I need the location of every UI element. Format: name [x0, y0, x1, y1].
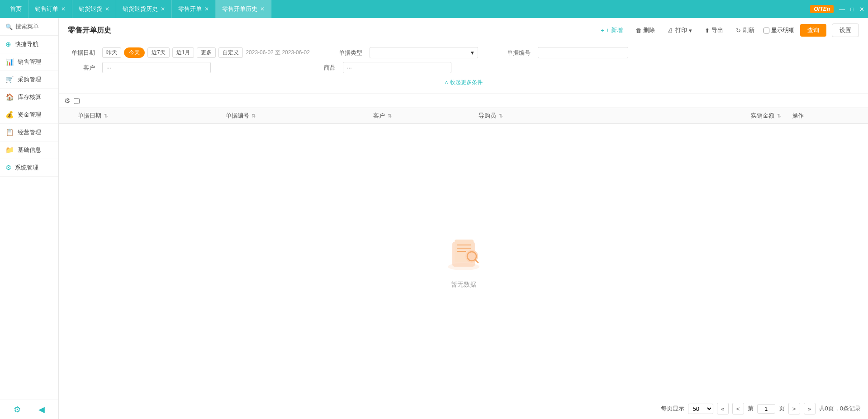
sidebar-bottom: ⚙ ◀: [0, 400, 58, 419]
window-minimize[interactable]: —: [839, 6, 845, 13]
delete-icon: 🗑: [636, 27, 641, 34]
export-icon: ⬆: [705, 27, 710, 34]
th-guide[interactable]: 导购员 ⇅: [473, 108, 600, 124]
close-tab-retail-open-history[interactable]: ✕: [260, 6, 265, 12]
print-button[interactable]: 🖨 打印 ▾: [664, 24, 696, 36]
goods-label: 商品: [308, 64, 336, 72]
next-page-button[interactable]: >: [788, 403, 800, 414]
close-tab-sales-return-history[interactable]: ✕: [161, 6, 165, 12]
page-label: 第: [748, 405, 754, 413]
th-date[interactable]: 单据日期 ⇅: [72, 108, 220, 124]
finance-icon: 💰: [5, 111, 14, 119]
page-title: 零售开单历史: [68, 26, 111, 35]
tab-sales-return-history[interactable]: 销货退货历史 ✕: [116, 0, 172, 18]
display-detail-toggle[interactable]: 显示明细: [764, 26, 795, 34]
date-label: 单据日期: [68, 49, 95, 57]
page-size-select[interactable]: 50 10 20 100: [688, 404, 713, 414]
collapse-sidebar-icon[interactable]: ◀: [38, 405, 45, 414]
filter-row-customer: 客户 ··· 商品 ···: [68, 62, 859, 73]
collapse-bar[interactable]: ∧ 收起更多条件: [68, 77, 859, 88]
date-range-display: 2023-06-02 至 2023-06-02: [246, 49, 309, 56]
tab-retail-open-history[interactable]: 零售开单历史 ✕: [216, 0, 271, 18]
query-button[interactable]: 查询: [800, 24, 826, 37]
empty-state: 暂无数据: [59, 124, 868, 398]
close-tab-sales-return[interactable]: ✕: [105, 6, 109, 12]
date-1month[interactable]: 近1月: [172, 47, 194, 58]
sidebar-item-sys-mgmt[interactable]: ⚙ 系统管理: [0, 159, 58, 177]
tab-retail-open[interactable]: 零售开单 ✕: [172, 0, 216, 18]
select-all-checkbox[interactable]: [74, 98, 80, 104]
last-page-button[interactable]: »: [804, 403, 816, 414]
customer-label: 客户: [68, 64, 95, 72]
date-more[interactable]: 更多: [197, 47, 216, 58]
sidebar-item-quick-nav[interactable]: ⊕ 快捷导航: [0, 36, 58, 53]
sidebar-item-operations[interactable]: 📋 经营管理: [0, 124, 58, 141]
search-icon: 🔍: [5, 24, 13, 30]
page-unit: 页: [779, 405, 785, 413]
date-yesterday[interactable]: 昨天: [102, 47, 121, 58]
th-amount[interactable]: 实销金额 ⇅: [639, 108, 787, 124]
gear-sidebar-icon: ⚙: [5, 164, 11, 172]
prev-page-button[interactable]: <: [732, 403, 744, 414]
table-container: ⚙ 单据日期 ⇅ 单据编号 ⇅: [59, 94, 868, 398]
file-icon: 📁: [5, 146, 14, 154]
delete-button[interactable]: 🗑 删除: [632, 24, 659, 36]
content-area: 零售开单历史 + + 新增 🗑 删除 🖨 打印 ▾: [59, 18, 868, 419]
customer-select[interactable]: ···: [102, 62, 211, 73]
refresh-button[interactable]: ↻ 刷新: [732, 24, 758, 36]
tab-home[interactable]: 首页: [4, 0, 28, 18]
print-dropdown-icon: ▾: [689, 27, 692, 34]
data-table: 单据日期 ⇅ 单据编号 ⇅ 客户 ⇅: [59, 108, 868, 124]
window-maximize[interactable]: □: [850, 6, 854, 13]
tab-sales-order[interactable]: 销售订单 ✕: [28, 0, 72, 18]
sort-amount-icon: ⇅: [777, 113, 781, 118]
th-number[interactable]: 单据编号 ⇅: [220, 108, 368, 124]
warehouse-icon: 🏠: [5, 93, 14, 101]
cart-icon: 🛒: [5, 75, 14, 84]
date-custom[interactable]: 自定义: [218, 47, 243, 58]
empty-illustration: [441, 233, 486, 273]
goods-dots: ···: [347, 64, 352, 71]
th-customer[interactable]: 客户 ⇅: [368, 108, 473, 124]
page-header: 零售开单历史 + + 新增 🗑 删除 🖨 打印 ▾: [59, 18, 868, 94]
empty-text: 暂无数据: [451, 281, 476, 289]
date-7days[interactable]: 近7天: [147, 47, 170, 58]
doc-number-input[interactable]: [538, 47, 628, 58]
sidebar-item-inventory[interactable]: 🏠 库存核算: [0, 89, 58, 106]
export-button[interactable]: ⬆ 导出: [701, 24, 727, 36]
th-operation: 操作: [787, 108, 868, 124]
add-icon: +: [601, 27, 604, 34]
sidebar-item-base-info[interactable]: 📁 基础信息: [0, 141, 58, 159]
close-tab-retail-open[interactable]: ✕: [204, 6, 209, 12]
sort-number-icon: ⇅: [251, 113, 256, 118]
window-close[interactable]: ✕: [859, 6, 864, 13]
tab-sales-return[interactable]: 销货退货 ✕: [72, 0, 116, 18]
table-settings-icon[interactable]: ⚙: [64, 97, 70, 105]
filter-area: 单据日期 昨天 今天 近7天 近1月 更多 自定义 2023-06-02 至 2…: [68, 42, 859, 94]
date-group: 昨天 今天 近7天 近1月 更多 自定义 2023-06-02 至 2023-0…: [102, 47, 310, 58]
page-number-input[interactable]: [757, 404, 775, 414]
goods-select[interactable]: ···: [343, 62, 451, 73]
first-page-button[interactable]: «: [717, 403, 729, 414]
th-checkbox: [59, 108, 72, 124]
display-detail-checkbox[interactable]: [764, 28, 769, 33]
sidebar: 🔍 搜索菜单 ⊕ 快捷导航 📊 销售管理 🛒 采购管理 🏠 库存核算 💰 资金管…: [0, 18, 59, 419]
sidebar-search[interactable]: 🔍 搜索菜单: [0, 18, 58, 36]
table-header-row: 单据日期 ⇅ 单据编号 ⇅ 客户 ⇅: [59, 108, 868, 124]
date-today[interactable]: 今天: [124, 47, 145, 58]
per-page-label: 每页显示: [661, 405, 684, 413]
main-layout: 🔍 搜索菜单 ⊕ 快捷导航 📊 销售管理 🛒 采购管理 🏠 库存核算 💰 资金管…: [0, 18, 868, 419]
close-tab-sales-order[interactable]: ✕: [61, 6, 66, 12]
add-button[interactable]: + + 新增: [597, 24, 626, 36]
sidebar-item-sales-mgmt[interactable]: 📊 销售管理: [0, 53, 58, 71]
doc-type-select[interactable]: ▾: [370, 47, 478, 58]
top-bar-right: OfTEn — □ ✕: [810, 5, 864, 13]
settings-button[interactable]: 设置: [832, 24, 859, 37]
sidebar-item-finance[interactable]: 💰 资金管理: [0, 106, 58, 124]
settings-bottom-icon[interactable]: ⚙: [14, 405, 21, 414]
doc-number-label: 单据编号: [503, 49, 531, 57]
sort-date-icon: ⇅: [104, 113, 108, 118]
doc-type-label: 单据类型: [335, 49, 362, 57]
brand-logo: OfTEn: [810, 5, 834, 13]
sidebar-item-purchase-mgmt[interactable]: 🛒 采购管理: [0, 71, 58, 89]
